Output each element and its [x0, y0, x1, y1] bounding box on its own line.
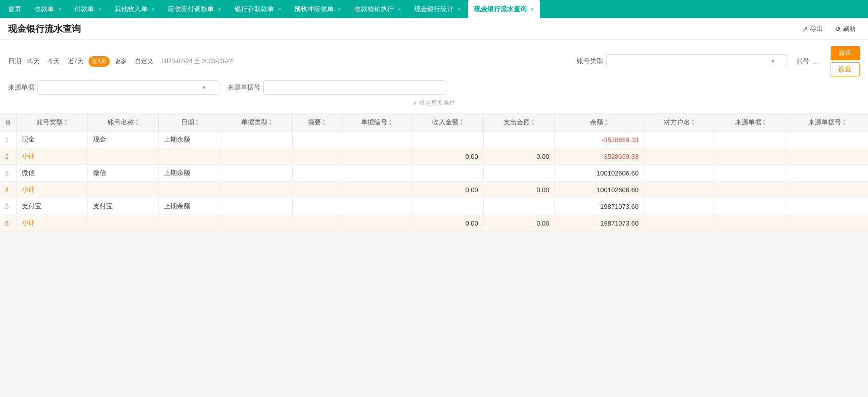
balance-value: 100102606.60 [597, 169, 638, 177]
income-value: 0.00 [465, 153, 478, 160]
sort-icon-9: ▲▼ [604, 118, 608, 126]
setting-button[interactable]: 设置 [831, 62, 860, 76]
filter-row-2: 来源单据 ▼ 来源单据号 [8, 80, 860, 95]
export-button[interactable]: ↗ 导出 [798, 22, 827, 35]
nav-tab-close-6[interactable]: × [398, 0, 401, 18]
date-opt-7days[interactable]: 近7天 [65, 56, 86, 67]
td-summary [292, 198, 341, 215]
td-source-doc-no [786, 182, 868, 198]
nav-tab-7[interactable]: 现金银行统计 × [408, 0, 467, 18]
td-source-doc [715, 131, 786, 148]
th-summary: 摘要 ▲▼ [292, 114, 341, 131]
td-source-doc-no [786, 148, 868, 165]
td-num: 6 [0, 215, 17, 232]
td-income [413, 198, 484, 215]
th-income-sort[interactable]: 收入金额 ▲▼ [432, 118, 464, 127]
nav-tab-close-7[interactable]: × [458, 0, 461, 18]
td-source-doc [715, 198, 786, 215]
nav-tab-3[interactable]: 应收应付调整单 × [162, 0, 227, 18]
nav-tab-5[interactable]: 预收冲应收单 × [288, 0, 347, 18]
th-settings[interactable]: ⚙ [0, 114, 17, 131]
date-range-value: 2023-02-24 至 2023-03-24 [161, 57, 233, 66]
td-num: 2 [0, 148, 17, 165]
table-row: 6 小计 0.00 0.00 19871073.60 [0, 215, 868, 232]
th-account-type-sort[interactable]: 账号类型 ▲▼ [36, 118, 68, 127]
date-label: 日期 [8, 57, 21, 66]
collapse-bar[interactable]: ∧ 收起更多条件 [8, 99, 860, 107]
date-opt-today[interactable]: 今天 [44, 56, 63, 67]
account-type-label: 账号类型 [577, 57, 603, 66]
sort-icon-10: ▲▼ [691, 118, 695, 126]
td-doc-no [341, 182, 413, 198]
nav-tab-4[interactable]: 银行存取款单 × [229, 0, 287, 18]
nav-tab-6[interactable]: 收款核销执行 × [348, 0, 407, 18]
date-opt-more[interactable]: 更多 [112, 56, 130, 67]
row-number: 2 [5, 153, 9, 160]
th-source-doc-sort[interactable]: 来源单据 ▲▼ [735, 118, 766, 127]
th-counterpart-sort[interactable]: 对方户名 ▲▼ [664, 118, 695, 127]
th-account-name: 账号名称 ▲▼ [87, 114, 159, 131]
th-doc-no-sort[interactable]: 单据编号 ▲▼ [361, 118, 392, 127]
source-doc-arrow-icon: ▼ [201, 84, 207, 91]
td-balance: -3528659.33 [555, 148, 644, 165]
td-counterpart [644, 148, 715, 165]
sort-icon-5: ▲▼ [322, 118, 326, 126]
td-balance: -3528659.33 [555, 131, 644, 148]
collapse-up-icon: ∧ [413, 100, 417, 107]
th-balance-sort[interactable]: 余额 ▲▼ [590, 118, 608, 127]
sort-icon-6: ▲▼ [388, 118, 392, 126]
date-opt-1month[interactable]: 近1月 [88, 56, 110, 67]
td-income [413, 165, 484, 182]
row-number: 5 [5, 203, 9, 210]
td-account-type: 小计 [17, 182, 88, 198]
account-more-icon[interactable]: ... [812, 57, 818, 65]
table-row: 2 小计 0.00 0.00 -3528659.33 [0, 148, 868, 165]
td-source-doc-no [786, 198, 868, 215]
td-date: 上期余额 [159, 165, 221, 182]
sort-icon: ▲▼ [64, 118, 68, 126]
refresh-icon: ↺ [835, 25, 841, 33]
td-source-doc-no [786, 165, 868, 182]
nav-tab-close-1[interactable]: × [98, 0, 101, 18]
nav-tab-close-3[interactable]: × [218, 0, 221, 18]
query-button[interactable]: 查询 [831, 46, 860, 60]
account-type-value: 现金 [22, 136, 35, 143]
nav-tab-8[interactable]: 现金银行流水查询 × [468, 0, 540, 18]
data-table: ⚙ 账号类型 ▲▼ 账号名称 ▲▼ 日期 [0, 114, 868, 232]
table-header-row: ⚙ 账号类型 ▲▼ 账号名称 ▲▼ 日期 [0, 114, 868, 131]
td-balance: 100102606.60 [555, 182, 644, 198]
td-account-type: 现金 [17, 131, 88, 148]
nav-tab-close-8[interactable]: × [531, 0, 534, 18]
sort-icon-12: ▲▼ [842, 118, 846, 126]
source-doc-select[interactable]: ▼ [37, 80, 219, 95]
balance-value: -3528659.33 [602, 136, 638, 144]
th-expense-sort[interactable]: 支出金额 ▲▼ [504, 118, 535, 127]
refresh-button[interactable]: ↺ 刷新 [831, 22, 860, 35]
th-summary-sort[interactable]: 摘要 ▲▼ [308, 118, 326, 127]
nav-tab-2[interactable]: 其他收入单 × [109, 0, 161, 18]
nav-tab-close-2[interactable]: × [152, 0, 155, 18]
nav-tab-close-4[interactable]: × [278, 0, 281, 18]
td-income: 0.00 [413, 182, 484, 198]
nav-tab-close-5[interactable]: × [338, 0, 341, 18]
date-opt-custom[interactable]: 自定义 [132, 56, 156, 67]
nav-tab-close-0[interactable]: × [58, 0, 61, 18]
th-doc-type: 单据类型 ▲▼ [221, 114, 293, 131]
th-date-sort[interactable]: 日期 ▲▼ [181, 118, 199, 127]
account-type-value: 小计 [22, 219, 35, 227]
nav-tab-1[interactable]: 付款单 × [68, 0, 107, 18]
source-doc-num-input[interactable] [263, 80, 445, 95]
th-account-name-sort[interactable]: 账号名称 ▲▼ [108, 118, 139, 127]
th-source-doc-no-sort[interactable]: 来源单据号 ▲▼ [808, 118, 846, 127]
date-opt-yesterday[interactable]: 昨天 [24, 56, 42, 67]
nav-tab-label-5: 预收冲应收单 [294, 0, 334, 18]
account-label: 账号 [796, 57, 809, 66]
nav-tab-0[interactable]: 收款单 × [28, 0, 67, 18]
nav-home[interactable]: 首页 [2, 0, 27, 18]
th-counterpart: 对方户名 ▲▼ [644, 114, 715, 131]
th-doc-type-sort[interactable]: 单据类型 ▲▼ [241, 118, 272, 127]
account-type-select[interactable]: ▼ [606, 54, 788, 68]
account-type-value: 小计 [22, 186, 35, 193]
expense-value: 0.00 [536, 219, 549, 227]
td-counterpart [644, 198, 715, 215]
